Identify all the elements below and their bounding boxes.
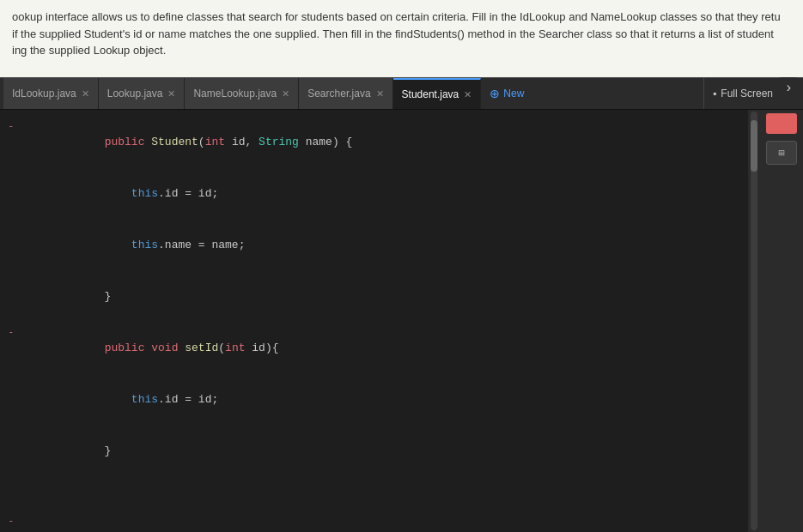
line-code: public int getId() {	[17, 511, 748, 532]
tab-idlookup-close-icon[interactable]: ✕	[82, 88, 89, 100]
tab-student[interactable]: Student.java ✕	[393, 78, 482, 109]
code-line: this.name = name;	[0, 220, 748, 271]
sidebar-grid-icon: ⊞	[778, 147, 784, 160]
tab-namelookup-close-icon[interactable]: ✕	[282, 88, 289, 100]
line-code: public Student(int id, String name) {	[17, 117, 748, 168]
tab-idlookup-label: IdLookup.java	[12, 88, 76, 100]
description-area: ookup interface allows us to define clas…	[0, 0, 803, 77]
code-line	[0, 477, 748, 494]
tab-lookup[interactable]: Lookup.java ✕	[99, 78, 186, 109]
code-line	[0, 494, 748, 511]
code-line: this.id = id;	[0, 168, 748, 220]
code-line: this.id = id;	[0, 374, 748, 426]
line-gutter: -	[0, 323, 17, 341]
tab-namelookup[interactable]: NameLookup.java ✕	[185, 78, 299, 109]
editor-wrapper: - public Student(int id, String name) { …	[0, 110, 803, 532]
line-gutter: -	[0, 118, 17, 135]
tab-new-label: New	[503, 88, 524, 100]
sidebar-red-button[interactable]	[766, 113, 797, 134]
line-code: this.name = name;	[17, 220, 748, 271]
line-code: }	[17, 271, 748, 323]
line-gutter: -	[0, 512, 17, 529]
line-code	[17, 477, 748, 494]
line-code: public void setId(int id){	[17, 323, 748, 374]
scrollbar-thumb[interactable]	[751, 120, 757, 172]
description-line2: if the supplied Student's id or name mat…	[12, 26, 791, 43]
description-line1: ookup interface allows us to define clas…	[12, 9, 791, 26]
sidebar-icon-button[interactable]: ⊞	[766, 141, 797, 165]
code-line: - public Student(int id, String name) {	[0, 117, 748, 168]
tab-fullscreen-label: Full Screen	[721, 88, 773, 100]
line-code: }	[17, 426, 748, 477]
line-code: this.id = id;	[17, 168, 748, 220]
line-code	[17, 494, 748, 511]
tab-searcher[interactable]: Searcher.java ✕	[299, 78, 392, 109]
tab-new-button[interactable]: ⊕ New	[481, 78, 532, 109]
tab-student-label: Student.java	[402, 88, 459, 100]
editor-content[interactable]: - public Student(int id, String name) { …	[0, 110, 748, 532]
tab-namelookup-label: NameLookup.java	[193, 88, 277, 100]
tab-searcher-close-icon[interactable]: ✕	[376, 88, 384, 100]
chevron-right-icon[interactable]: ›	[779, 77, 798, 100]
right-sidebar: ⊞	[760, 110, 803, 532]
fullscreen-icon: ▪	[713, 88, 716, 100]
code-line: }	[0, 426, 748, 477]
code-line: }	[0, 271, 748, 323]
plus-icon: ⊕	[490, 87, 500, 100]
code-line: - public int getId() {	[0, 511, 748, 532]
tab-lookup-close-icon[interactable]: ✕	[167, 88, 175, 100]
tab-searcher-label: Searcher.java	[307, 88, 370, 100]
code-line: - public void setId(int id){	[0, 323, 748, 374]
line-code: this.id = id;	[17, 374, 748, 426]
tab-bar: IdLookup.java ✕ Lookup.java ✕ NameLookup…	[0, 77, 803, 110]
tab-idlookup[interactable]: IdLookup.java ✕	[3, 78, 99, 109]
scrollbar[interactable]	[748, 110, 760, 532]
tab-lookup-label: Lookup.java	[107, 88, 163, 100]
scrollbar-track[interactable]	[751, 112, 757, 530]
tab-student-close-icon[interactable]: ✕	[464, 89, 471, 100]
description-line3: ing the supplied Lookup object.	[12, 42, 791, 59]
